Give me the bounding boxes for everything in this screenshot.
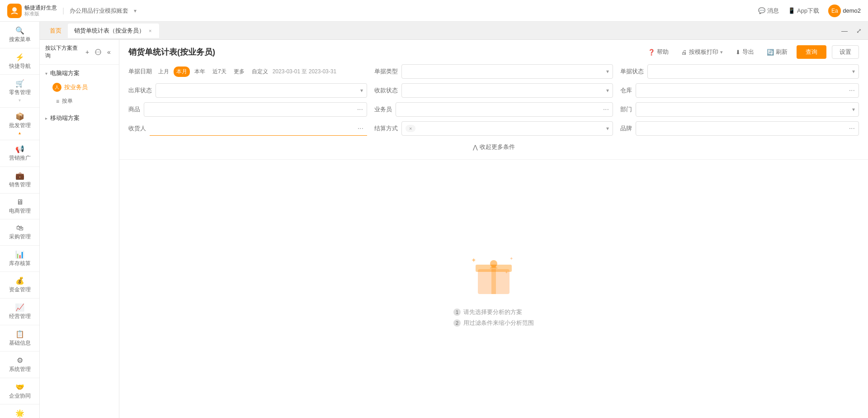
date-tab-custom[interactable]: 自定义 <box>249 66 271 77</box>
message-icon: 💬 <box>758 7 765 14</box>
svg-text:✦: ✦ <box>505 271 508 275</box>
sidebar-item-search[interactable]: 🔍 搜索菜单 <box>0 22 39 48</box>
sidebar-item-marketing[interactable]: 📢 营销推广 <box>0 140 39 167</box>
sidebar-item-label: 批发管理 <box>9 122 31 129</box>
panel-add-button[interactable]: + <box>83 48 92 57</box>
tag-close-button[interactable]: × <box>409 126 412 131</box>
department-label: 部门 <box>620 105 632 114</box>
top-header: 畅捷通好生意 标准版 | 办公用品行业模拟账套 ▾ 💬 消息 📱 App下载 E… <box>0 0 868 22</box>
date-tab-this-month[interactable]: 本月 <box>174 66 190 77</box>
tab-active[interactable]: 销货单统计表（按业务员） × <box>68 24 159 38</box>
date-tab-7days[interactable]: 近7天 <box>210 66 229 77</box>
sidebar-item-inventory[interactable]: 📊 库存核算 <box>0 246 39 272</box>
query-button[interactable]: 查询 <box>797 45 826 59</box>
out-status-select[interactable]: ▾ <box>156 83 367 98</box>
avatar: Ea <box>828 5 841 17</box>
finance-icon: 💰 <box>15 276 24 285</box>
sidebar-item-quicknav[interactable]: ⚡ 快捷导航 <box>0 48 39 75</box>
doc-type-label: 单据类型 <box>374 67 398 76</box>
sidebar-item-finance[interactable]: 💰 资金管理 <box>0 272 39 299</box>
sidebar-item-ecommerce[interactable]: 🖥 电商管理 <box>0 194 39 220</box>
panel-edit-button[interactable] <box>94 48 103 57</box>
sidebar-item-sales[interactable]: 💼 销售管理 <box>0 167 39 194</box>
filter-item-doc-status: 单据状态 ▾ <box>620 64 859 79</box>
tab-bar: 首页 销货单统计表（按业务员） × — ⤢ <box>40 22 868 40</box>
filter-row-4: 收货人 ··· 结算方式 × <box>128 121 859 136</box>
warehouse-input[interactable]: ··· <box>636 83 859 98</box>
sidebar-item-label: 库存核算 <box>9 260 31 267</box>
more-icon: ··· <box>849 124 855 133</box>
empty-illustration: ✦ ✦ ✦ <box>467 251 521 301</box>
sidebar-item-newbie[interactable]: 🌟 新手引导 <box>0 404 39 418</box>
collapse-filters-button[interactable]: ⋀ 收起更多条件 <box>128 140 859 154</box>
app-title-dropdown-icon[interactable]: ▾ <box>134 8 137 14</box>
doc-type-select[interactable]: ▾ <box>401 64 613 79</box>
date-tab-this-year[interactable]: 本年 <box>192 66 208 77</box>
page-actions: ❓ 帮助 🖨 按模板打印 ▾ ⬇ 导出 🔄 <box>644 45 859 59</box>
message-action[interactable]: 💬 消息 <box>758 7 779 15</box>
plan-group-mobile-header[interactable]: ▸ 移动端方案 <box>40 111 119 125</box>
panel-actions: + « <box>83 48 113 57</box>
logo-text: 畅捷通好生意 标准版 <box>24 5 57 17</box>
consignee-input[interactable]: ··· <box>150 121 367 136</box>
plan-item-salesperson[interactable]: 人 按业务员 <box>40 80 119 95</box>
date-tab-last-month[interactable]: 上月 <box>156 66 172 77</box>
tab-close-button[interactable]: × <box>147 28 153 34</box>
app-download-action[interactable]: 📱 App下载 <box>788 7 819 15</box>
sidebar-item-system[interactable]: ⚙ 系统管理 <box>0 352 39 378</box>
export-icon: ⬇ <box>736 49 741 56</box>
chevron-down-icon: ▾ <box>606 87 609 94</box>
panel-collapse-button[interactable]: « <box>104 48 113 57</box>
tab-home[interactable]: 首页 <box>43 24 68 38</box>
sidebar-item-label: 搜索菜单 <box>9 36 31 43</box>
sidebar-item-label: 系统管理 <box>9 366 31 373</box>
chevron-down-icon: ▾ <box>19 98 21 103</box>
export-button[interactable]: ⬇ 导出 <box>732 46 758 58</box>
sidebar-item-purchase[interactable]: 🛍 采购管理 <box>0 219 39 246</box>
help-button[interactable]: ❓ 帮助 <box>644 46 672 58</box>
more-icon: ··· <box>603 105 609 114</box>
plan-group-pc-header[interactable]: ▾ 电脑端方案 <box>40 66 119 80</box>
newbie-icon: 🌟 <box>15 409 24 418</box>
filter-item-date: 单据日期 上月 本月 本年 近7天 更多 自定义 2023-03-01 至 20… <box>128 66 367 77</box>
print-button[interactable]: 🖨 按模板打印 ▾ <box>678 46 726 58</box>
doc-status-select[interactable]: ▾ <box>647 64 859 79</box>
print-dropdown-icon: ▾ <box>720 49 723 55</box>
svg-point-11 <box>490 260 497 267</box>
date-tab-more[interactable]: 更多 <box>231 66 247 77</box>
tab-minimize-button[interactable]: — <box>839 25 850 36</box>
goods-input[interactable]: ··· <box>144 102 367 117</box>
page-title: 销货单统计表(按业务员) <box>128 47 215 57</box>
brand-label: 品牌 <box>620 124 632 133</box>
header-right: 💬 消息 📱 App下载 Ea demo2 <box>758 5 861 17</box>
payment-select[interactable]: × ▾ <box>401 121 613 136</box>
payment-tag: × <box>406 125 415 132</box>
user-profile[interactable]: Ea demo2 <box>828 5 861 17</box>
settings-button[interactable]: 设置 <box>832 45 859 59</box>
date-tabs: 上月 本月 本年 近7天 更多 自定义 2023-03-01 至 2023-03… <box>156 66 336 77</box>
salesperson-input[interactable]: ··· <box>396 102 613 117</box>
plan-item-order[interactable]: ≡ 按单 <box>40 95 119 108</box>
refresh-button[interactable]: 🔄 刷新 <box>763 46 791 58</box>
sidebar-item-cooperation[interactable]: 🤝 企业协同 <box>0 378 39 405</box>
date-range-display: 2023-03-01 至 2023-03-31 <box>273 68 336 76</box>
chevron-up-icon: ▴ <box>19 130 21 135</box>
receive-status-select[interactable]: ▾ <box>401 83 613 98</box>
department-select[interactable]: ▾ <box>636 102 859 117</box>
svg-point-0 <box>12 7 17 12</box>
app-title: 办公用品行业模拟账套 <box>70 7 128 15</box>
tab-expand-button[interactable]: ⤢ <box>854 25 864 36</box>
user-name: demo2 <box>843 7 861 14</box>
panel-header: 按以下方案查询 + « <box>40 40 119 65</box>
sidebar-item-operations[interactable]: 📈 经营管理 <box>0 299 39 325</box>
sidebar-item-basic-info[interactable]: 📋 基础信息 <box>0 325 39 352</box>
header-left: 畅捷通好生意 标准版 | 办公用品行业模拟账套 ▾ <box>7 4 137 18</box>
sidebar-item-wholesale[interactable]: 📦 批发管理 ▴ <box>0 108 39 141</box>
plan-group-mobile-label: 移动端方案 <box>50 114 80 122</box>
download-icon: 📱 <box>788 7 795 14</box>
more-icon: ··· <box>849 86 855 95</box>
sidebar-item-retail[interactable]: 🛒 零售管理 ▾ <box>0 75 39 108</box>
brand-input[interactable]: ··· <box>636 121 859 136</box>
ecommerce-icon: 🖥 <box>16 198 24 206</box>
expand-icon: ▾ <box>45 71 47 76</box>
